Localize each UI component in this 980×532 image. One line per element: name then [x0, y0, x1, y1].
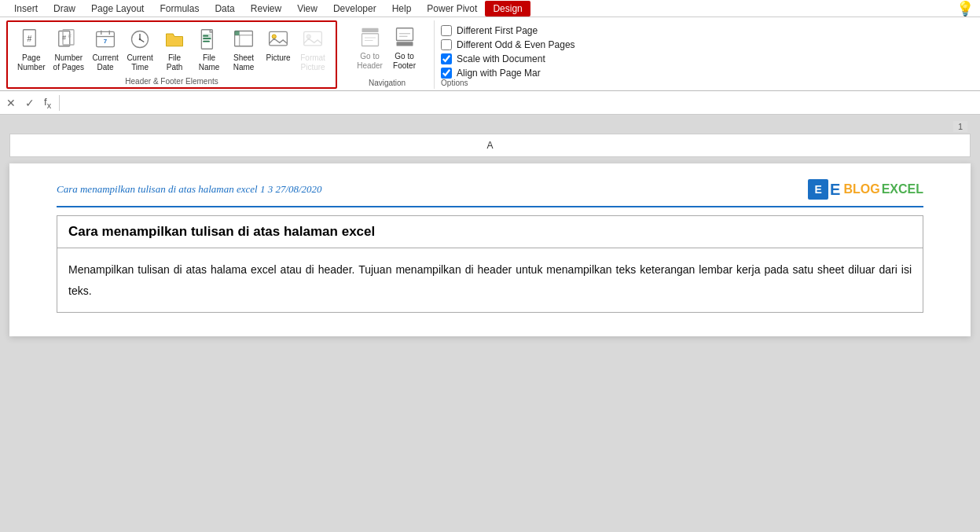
- header-cell-label: A: [486, 140, 493, 151]
- page-number-icon: #: [19, 27, 44, 52]
- number-of-pages-button[interactable]: # # Number of Pages: [50, 25, 87, 74]
- article-body-text: Menampilkan tulisan di atas halama excel…: [68, 259, 912, 301]
- blog-logo: E E BLOG EXCEL: [808, 179, 923, 200]
- page-number-display: 1: [953, 121, 967, 132]
- go-to-header-button[interactable]: Go to Header: [354, 24, 387, 72]
- svg-rect-27: [304, 31, 322, 46]
- formula-bar: ✕ ✓ fx: [0, 91, 980, 115]
- blog-logo-blog: BLOG: [843, 182, 879, 196]
- ribbon-group-navigation: Go to Header Go to Footer Navigation: [340, 20, 435, 89]
- different-odd-even-checkbox[interactable]: [441, 39, 452, 50]
- picture-button[interactable]: Picture: [262, 25, 295, 64]
- option-row-scale-with-doc: Scale with Document: [441, 53, 575, 64]
- blog-logo-icon: E: [808, 179, 828, 200]
- formula-bar-divider: [59, 95, 60, 111]
- svg-text:#: #: [27, 34, 31, 43]
- scale-with-document-label[interactable]: Scale with Document: [457, 53, 545, 64]
- option-row-different-odd-even: Different Odd & Even Pages: [441, 39, 575, 50]
- menu-bar: Insert Draw Page Layout Formulas Data Re…: [0, 0, 980, 17]
- article-title: Cara menampilkan tulisan di atas halaman…: [68, 224, 375, 239]
- file-name-label: File Name: [199, 53, 220, 72]
- format-picture-button[interactable]: Format Picture: [296, 25, 329, 74]
- blog-logo-be: E: [830, 181, 840, 199]
- svg-rect-25: [270, 31, 288, 46]
- lightbulb-icon[interactable]: 💡: [956, 0, 974, 17]
- cancel-formula-button[interactable]: ✕: [3, 97, 19, 109]
- go-to-header-icon: [358, 25, 383, 50]
- different-first-checkbox[interactable]: [441, 25, 452, 36]
- scale-with-document-checkbox[interactable]: [441, 53, 452, 64]
- file-path-icon: [162, 27, 187, 52]
- align-with-page-margin-checkbox[interactable]: [441, 68, 452, 79]
- picture-icon: [266, 27, 291, 52]
- article-header: Cara menampilkan tulisan di atas halaman…: [57, 179, 923, 207]
- navigation-items: Go to Header Go to Footer: [354, 20, 421, 79]
- header-cell-row: A: [9, 134, 971, 157]
- insert-function-button[interactable]: fx: [41, 96, 54, 110]
- svg-rect-30: [362, 34, 378, 46]
- svg-text:#: #: [63, 34, 67, 42]
- current-time-label: Current Time: [127, 53, 152, 72]
- page-content: Cara menampilkan tulisan di atas halaman…: [9, 163, 971, 336]
- svg-rect-18: [203, 38, 211, 39]
- menu-page-layout[interactable]: Page Layout: [83, 1, 152, 17]
- svg-text:#: #: [68, 32, 72, 39]
- svg-rect-19: [203, 41, 210, 42]
- go-to-footer-label: Go to Footer: [393, 52, 416, 71]
- go-to-footer-button[interactable]: Go to Footer: [388, 24, 421, 72]
- svg-rect-33: [396, 28, 413, 41]
- sheet-name-icon: [231, 27, 256, 52]
- confirm-formula-button[interactable]: ✓: [22, 97, 38, 109]
- menu-view[interactable]: View: [289, 1, 325, 17]
- file-path-button[interactable]: File Path: [158, 25, 191, 74]
- menu-formulas[interactable]: Formulas: [152, 1, 207, 17]
- number-of-pages-icon: # #: [56, 27, 81, 52]
- ribbon: # Page Number # # Number of Pages: [0, 17, 980, 91]
- different-odd-even-label[interactable]: Different Odd & Even Pages: [457, 39, 575, 50]
- file-name-button[interactable]: File Name: [193, 25, 226, 74]
- svg-rect-20: [203, 34, 211, 38]
- article-title-box: Cara menampilkan tulisan di atas halaman…: [57, 215, 923, 248]
- svg-rect-34: [396, 42, 413, 46]
- go-to-footer-icon: [392, 25, 417, 50]
- main-area: 1 A Cara menampilkan tulisan di atas hal…: [0, 115, 980, 532]
- page-number-button[interactable]: # Page Number: [14, 25, 49, 74]
- go-to-header-label: Go to Header: [357, 52, 383, 71]
- menu-design[interactable]: Design: [485, 1, 530, 17]
- svg-rect-29: [362, 28, 378, 32]
- menu-data[interactable]: Data: [207, 1, 242, 17]
- menu-review[interactable]: Review: [243, 1, 289, 17]
- current-date-label: Current Date: [92, 53, 118, 72]
- current-date-icon: 7: [93, 27, 118, 52]
- current-date-button[interactable]: 7 Current Date: [89, 25, 122, 74]
- current-time-icon: [127, 27, 152, 52]
- menu-help[interactable]: Help: [384, 1, 420, 17]
- svg-text:7: 7: [104, 38, 108, 45]
- ribbon-group-items: # Page Number # # Number of Pages: [14, 22, 329, 77]
- article-header-text: Cara menampilkan tulisan di atas halaman…: [57, 183, 322, 196]
- menu-developer[interactable]: Developer: [325, 1, 384, 17]
- blog-logo-excel: EXCEL: [882, 182, 923, 196]
- current-time-button[interactable]: Current Time: [123, 25, 156, 74]
- menu-draw[interactable]: Draw: [46, 1, 83, 17]
- different-first-label[interactable]: Different First Page: [457, 25, 538, 36]
- options-label: Options: [441, 79, 468, 89]
- menu-insert[interactable]: Insert: [6, 1, 46, 17]
- file-name-icon: [196, 27, 222, 52]
- article-body: Menampilkan tulisan di atas halama excel…: [57, 248, 923, 313]
- sheet-name-button[interactable]: Sheet Name: [227, 25, 260, 74]
- ribbon-group-options: Different First Page Different Odd & Eve…: [435, 20, 639, 89]
- formula-input[interactable]: [64, 96, 977, 110]
- svg-point-14: [139, 39, 141, 41]
- page-number-label: Page Number: [17, 53, 46, 72]
- format-picture-icon: [300, 27, 325, 52]
- ribbon-group-header-footer: # Page Number # # Number of Pages: [6, 20, 337, 89]
- options-rows: Different First Page Different Odd & Eve…: [441, 20, 575, 79]
- file-path-label: File Path: [167, 53, 183, 72]
- picture-label: Picture: [266, 53, 291, 63]
- number-of-pages-label: Number of Pages: [53, 53, 84, 72]
- navigation-label: Navigation: [369, 79, 406, 89]
- menu-power-pivot[interactable]: Power Pivot: [419, 1, 485, 17]
- align-with-page-margin-label[interactable]: Align with Page Mar: [457, 68, 541, 79]
- option-row-align-margin: Align with Page Mar: [441, 68, 575, 79]
